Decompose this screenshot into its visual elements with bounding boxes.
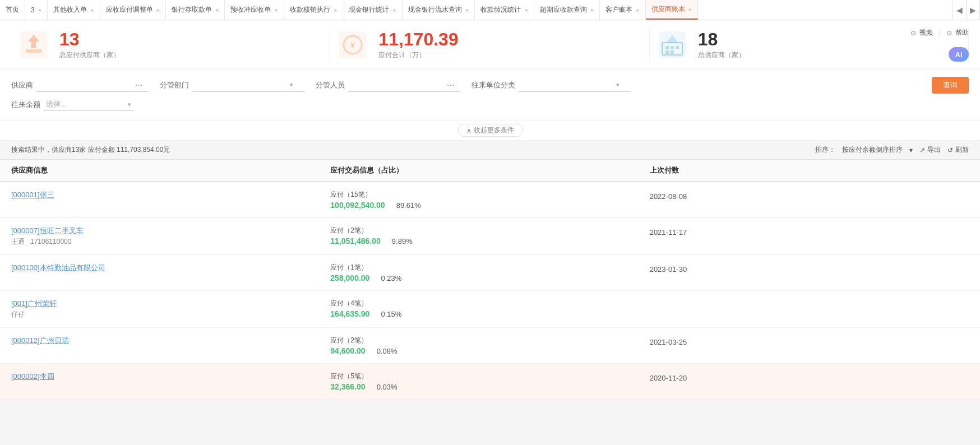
payable-suppliers-label: 总应付供应商（家） <box>59 50 120 60</box>
nav-tab-cash-flow[interactable]: 现金银行流水查询 × <box>403 0 475 20</box>
person-more-icon[interactable]: ··· <box>447 80 454 90</box>
supplier-link[interactable]: [000001]张三 <box>11 191 54 199</box>
help-link[interactable]: 帮助 <box>955 28 969 38</box>
close-icon[interactable]: × <box>524 7 528 13</box>
close-icon[interactable]: × <box>215 7 219 13</box>
nav-tab-cash-stats[interactable]: 现金银行统计 × <box>343 0 402 20</box>
total-suppliers-number: 18 <box>698 30 745 48</box>
nav-tab-other-income[interactable]: 其他收入单 × <box>48 0 100 20</box>
close-icon[interactable]: × <box>38 7 41 13</box>
category-filter-label: 往来单位分类 <box>471 80 515 90</box>
sort-label: 排序： <box>815 145 835 155</box>
close-icon[interactable]: × <box>334 7 337 13</box>
filter-supplier: 供应商 ··· <box>11 78 149 92</box>
close-icon[interactable]: × <box>636 7 639 13</box>
close-icon[interactable]: × <box>274 7 278 13</box>
result-bar: 搜索结果中，供应商13家 应付金额 111,703,854.00元 排序： 按应… <box>0 141 980 160</box>
nav-tab-bank-label: 银行存取款单 <box>172 5 212 15</box>
close-icon[interactable]: × <box>590 7 594 13</box>
tx-percent: 0.08% <box>377 347 397 355</box>
nav-tab-receipt-stats[interactable]: 收款情况统计 × <box>475 0 534 20</box>
nav-tab-overdue-label: 超期应收款查询 <box>540 5 587 15</box>
supplier-more-icon[interactable]: ··· <box>135 80 142 90</box>
nav-tab-cash-flow-label: 现金银行流水查询 <box>408 5 462 15</box>
nav-tab-prepaid[interactable]: 预收冲应收单 × <box>225 0 284 20</box>
nav-scroll-controls: ◀ ▶ <box>953 0 980 20</box>
supplier-info-cell: [000001]张三 <box>11 190 330 200</box>
nav-tab-bank[interactable]: 银行存取款单 × <box>166 0 225 20</box>
video-link[interactable]: 视频 <box>919 28 933 38</box>
transaction-cell: 应付（1笔） 258,000.00 0.23% <box>330 263 649 282</box>
sort-dropdown-icon[interactable]: ▾ <box>909 146 913 154</box>
export-label: 导出 <box>927 145 941 155</box>
stat-total-suppliers-text: 18 总供应商（家） <box>698 30 745 60</box>
person-input[interactable] <box>350 80 446 90</box>
header-supplier: 供应商信息 <box>11 165 330 175</box>
refresh-action[interactable]: ↺ 刷新 <box>947 145 969 155</box>
transaction-cell: 应付（15笔） 100,092,540.00 89.61% <box>330 190 649 210</box>
filter-row-1: 供应商 ··· 分管部门 ▾ 分管人员 ··· 往来单位分类 <box>11 77 969 94</box>
supplier-link[interactable]: [000007]恒旺二手叉车 <box>11 226 84 235</box>
nav-tab-supplier-ledger[interactable]: 供应商账本 × <box>646 0 698 20</box>
query-button[interactable]: 查询 <box>932 77 969 94</box>
nav-next-arrow[interactable]: ▶ <box>967 0 980 20</box>
close-icon[interactable]: × <box>156 7 160 13</box>
collapse-icon: ∧ <box>466 127 471 135</box>
dept-filter-label: 分管部门 <box>160 80 189 90</box>
close-icon[interactable]: × <box>465 7 469 13</box>
transaction-cell: 应付（4笔） 164,635.90 0.15% <box>330 299 649 318</box>
nav-tab-home[interactable]: 首页 <box>0 0 25 20</box>
nav-tab-customer-ledger[interactable]: 客户账本 × <box>600 0 645 20</box>
balance-filter-label: 往来余额 <box>11 100 40 110</box>
svg-rect-12 <box>671 50 674 54</box>
transaction-cell: 应付（2笔） 94,600.00 0.08% <box>330 336 649 355</box>
supplier-contact: 仔仔 <box>11 310 330 319</box>
supplier-info-cell: [001]广州荣轩 仔仔 <box>11 299 330 319</box>
person-filter-label: 分管人员 <box>316 80 345 90</box>
ai-button[interactable]: Ai <box>949 47 969 62</box>
nav-tab-adjustment[interactable]: 应收应付调整单 × <box>100 0 166 20</box>
nav-tab-3-label: 3 <box>31 6 35 14</box>
supplier-input[interactable] <box>39 80 134 90</box>
tx-amount[interactable]: 94,600.00 <box>330 346 365 355</box>
tx-amount[interactable]: 100,092,540.00 <box>330 201 385 210</box>
balance-dropdown-icon[interactable]: ▾ <box>128 101 131 108</box>
table-row: [000002]李四 应付（5笔） 32,366.00 0.03% 2020-1… <box>0 364 980 400</box>
tx-amount[interactable]: 11,051,486.00 <box>330 237 381 245</box>
supplier-filter-label: 供应商 <box>11 80 33 90</box>
nav-tab-other-income-label: 其他收入单 <box>53 5 87 15</box>
nav-tab-3[interactable]: 3 × <box>25 0 48 20</box>
table-row: [000007]恒旺二手叉车 王通 17106110000 应付（2笔） 11,… <box>0 218 980 255</box>
category-input[interactable] <box>521 80 616 90</box>
tx-amount[interactable]: 258,000.00 <box>330 274 369 282</box>
nav-prev-arrow[interactable]: ◀ <box>953 0 967 20</box>
supplier-contact: 王通 17106110000 <box>11 237 330 247</box>
supplier-link[interactable]: [001]广州荣轩 <box>11 299 57 308</box>
svg-rect-2 <box>26 49 41 53</box>
nav-tab-home-label: 首页 <box>6 5 19 15</box>
close-icon[interactable]: × <box>392 7 396 13</box>
nav-tab-overdue[interactable]: 超期应收款查询 × <box>534 0 600 20</box>
close-icon[interactable]: × <box>90 7 94 13</box>
supplier-info-cell: [000012]广州贝瑞 <box>11 336 330 346</box>
category-dropdown-icon[interactable]: ▾ <box>616 81 620 89</box>
collapse-button[interactable]: ∧ 收起更多条件 <box>458 124 523 137</box>
collapse-bar: ∧ 收起更多条件 <box>0 120 980 141</box>
tx-amount[interactable]: 32,366.00 <box>330 382 365 391</box>
tx-percent: 0.23% <box>381 274 401 282</box>
supplier-link[interactable]: [000100]本特勤油品有限公司 <box>11 263 105 272</box>
close-icon[interactable]: × <box>688 6 692 13</box>
tx-label: 应付（4笔） <box>330 299 649 308</box>
supplier-link[interactable]: [000012]广州贝瑞 <box>11 336 69 345</box>
filter-dept: 分管部门 ▾ <box>160 78 304 92</box>
nav-tab-receipt-stats-label: 收款情况统计 <box>480 5 521 15</box>
tx-percent: 0.03% <box>377 383 397 391</box>
export-action[interactable]: ↗ 导出 <box>919 145 941 155</box>
svg-text:¥: ¥ <box>350 40 355 49</box>
supplier-link[interactable]: [000002]李四 <box>11 372 54 381</box>
svg-rect-10 <box>676 46 679 49</box>
dept-dropdown-icon[interactable]: ▾ <box>290 81 293 89</box>
nav-tab-collection[interactable]: 收款核销执行 × <box>284 0 343 20</box>
dept-input[interactable] <box>195 80 290 90</box>
tx-amount[interactable]: 164,635.90 <box>330 309 369 318</box>
